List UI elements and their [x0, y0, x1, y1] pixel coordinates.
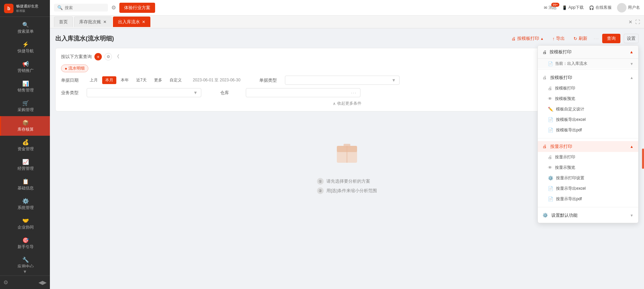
topbar-search[interactable]: 🔍 — [54, 4, 108, 11]
collapse-more-btn[interactable]: ∧ 收起更多条件 — [333, 101, 361, 106]
empty-state-icon — [332, 136, 362, 173]
doc-type-select[interactable]: ▼ — [285, 76, 400, 85]
dropdown-panel: 🖨 按模板打印 ▲ 📄 当前：出入库流水 ▼ 🖨 按模板 — [537, 45, 639, 223]
filter-collapse-icon[interactable]: 《 — [115, 54, 119, 60]
app-download-btn[interactable]: 📱 App下载 — [562, 5, 584, 10]
chevron-up-icon: ▲ — [540, 37, 544, 41]
filter-tag-icon: ● — [65, 66, 67, 71]
date-label: 单据日期 — [61, 77, 81, 83]
print-icon: 🖨 — [511, 36, 516, 41]
operations-icon: 📈 — [22, 159, 29, 165]
dropdown-item-template-pdf[interactable]: 📄 按模板导出pdf — [538, 125, 638, 135]
doc-type-arrow-icon: ▼ — [391, 78, 396, 83]
tab-close-flow[interactable]: ✕ — [142, 20, 145, 24]
tab-close-batch-account[interactable]: ✕ — [103, 20, 107, 24]
business-type-label: 业务类型 — [61, 90, 81, 96]
defaults-section-icon: ⚙️ — [543, 213, 548, 218]
item-display-settings-icon: ⚙️ — [548, 176, 553, 181]
filter-label: 按以下方案查询 — [61, 54, 92, 60]
warehouse-dots-icon: ··· — [351, 90, 357, 95]
filter-add-btn[interactable]: + — [94, 53, 102, 60]
dropdown-item-display-settings[interactable]: ⚙️ 按显示打印设置 — [538, 173, 638, 183]
inventory-icon: 📦 — [22, 120, 29, 126]
dropdown-item-display-pdf[interactable]: 📄 按显示导出pdf — [538, 194, 638, 204]
enterprise-icon: 🤝 — [22, 217, 29, 224]
current-indicator: 📄 当前：出入库流水 ▼ — [538, 59, 638, 69]
sidebar-item-sales[interactable]: 📊 销售管理 — [0, 77, 50, 97]
message-icon: ✉ — [544, 5, 547, 10]
dropdown-section-template-print: 🖨 按模板打印 ▲ 🖨 按模板打印 👁 按模板预览 ✏️ 模板自定义设计 — [538, 70, 638, 137]
dropdown-item-display-preview[interactable]: 👁 按显示预览 — [538, 162, 638, 173]
user-menu[interactable]: 用户名 — [617, 3, 640, 12]
tab-close-all-icon[interactable]: ✕ — [628, 19, 633, 25]
current-arrow-icon[interactable]: ▼ — [630, 62, 634, 66]
item-custom-icon: ✏️ — [548, 107, 553, 112]
refresh-icon: ↻ — [574, 36, 577, 41]
dropdown-arrow-up-icon[interactable]: ▲ — [630, 50, 634, 54]
dropdown-section-header-defaults[interactable]: ⚙️ 设置默认功能 ▼ — [538, 210, 638, 221]
sidebar-item-operations[interactable]: 📈 经营管理 — [0, 155, 50, 175]
collapse-sidebar-icon[interactable]: ◀▶ — [38, 279, 47, 286]
sidebar-item-basic-info[interactable]: 📋 基础信息 — [0, 175, 50, 194]
trial-btn[interactable]: 体验行业方案 — [119, 3, 155, 13]
divider-1 — [538, 69, 638, 70]
export-btn[interactable]: ↑ 导出 — [550, 34, 568, 43]
dropdown-section-header-display[interactable]: 🖨 按显示打印 ▲ — [538, 141, 638, 152]
tab-maximize-icon[interactable]: ⛶ — [635, 19, 640, 25]
dropdown-item-display-excel[interactable]: 📄 按显示导出excel — [538, 183, 638, 194]
sidebar-item-beginner[interactable]: 🎯 新手引导 — [0, 234, 50, 253]
online-service-btn[interactable]: 🎧 在线客服 — [589, 5, 612, 10]
date-btn-this-year[interactable]: 本年 — [118, 76, 132, 84]
sidebar-item-marketing[interactable]: 📢 营销推广 — [0, 57, 50, 77]
dropdown-item-display-print[interactable]: 🖨 按显示打印 — [538, 152, 638, 162]
warehouse-select[interactable]: ··· — [246, 88, 360, 97]
sidebar-item-enterprise[interactable]: 🤝 企业协同 — [0, 214, 50, 234]
print-header-icon: 🖨 — [543, 50, 547, 55]
warehouse-label: 仓库 — [220, 90, 240, 96]
app-name: 畅捷通好生意 标准版 — [16, 4, 38, 13]
sidebar-item-app-center[interactable]: 🔧 应用中心 — [0, 253, 50, 268]
doc-type-label: 单据类型 — [259, 77, 280, 83]
date-btn-last-month[interactable]: 上月 — [87, 76, 101, 84]
search-icon: 🔍 — [57, 5, 63, 10]
date-btn-7days[interactable]: 近7天 — [133, 76, 150, 84]
mobile-icon: 📱 — [562, 5, 567, 10]
search-menu-icon: 🔍 — [22, 22, 29, 28]
date-btn-more[interactable]: 更多 — [151, 76, 165, 84]
scroll-indicator[interactable] — [642, 149, 644, 169]
dropdown-item-template-preview[interactable]: 👁 按模板预览 — [538, 94, 638, 104]
template-print-btn[interactable]: 🖨 按模板打印 ▲ — [509, 34, 547, 43]
settings-btn[interactable]: 设置 — [624, 34, 639, 43]
dropdown-section-header-template[interactable]: 🖨 按模板打印 ▲ — [538, 72, 638, 83]
settings-icon[interactable]: ⚙ — [3, 279, 8, 286]
tab-home[interactable]: 首页 — [54, 17, 73, 27]
filter-tag[interactable]: ● 流水明细 — [61, 64, 88, 72]
dropdown-item-template-print[interactable]: 🖨 按模板打印 — [538, 83, 638, 94]
sidebar-scroll-down[interactable]: ▼ — [0, 268, 50, 275]
page-header: 出入库流水(流水明细) 🖨 按模板打印 ▲ ↑ 导出 ↻ 刷新 ⋯ 查询 设置 — [55, 34, 639, 43]
sidebar-item-inventory[interactable]: 📦 库存核算 — [0, 116, 50, 136]
dropdown-item-template-excel[interactable]: 📄 按模板导出excel — [538, 114, 638, 125]
topbar-gear-icon[interactable]: ⚙ — [111, 4, 116, 11]
messages-btn[interactable]: ✉ 消息 99+ — [544, 5, 557, 10]
sidebar-item-search-menu[interactable]: 🔍 搜索菜单 — [0, 18, 50, 38]
system-icon: ⚙️ — [22, 198, 29, 204]
chevron-down-icon: ▼ — [23, 269, 27, 274]
sidebar-item-finance[interactable]: 💰 资金管理 — [0, 136, 50, 155]
export-icon: ↑ — [553, 36, 555, 41]
tab-batch-account[interactable]: 库存批次账 ✕ — [74, 17, 112, 27]
filter-settings-btn[interactable]: ⚙ — [105, 53, 112, 60]
search-input[interactable] — [65, 5, 105, 10]
date-btn-custom[interactable]: 自定义 — [167, 76, 185, 84]
business-type-select[interactable]: ▼ — [87, 88, 201, 97]
empty-steps-list: ① 请先选择要分析的方案 ② 用[选]条件来缩小分析范围 — [317, 178, 377, 197]
refresh-btn[interactable]: ↻ 刷新 — [571, 34, 590, 43]
query-btn[interactable]: 查询 — [602, 34, 620, 43]
sidebar-item-system[interactable]: ⚙️ 系统管理 — [0, 194, 50, 214]
sidebar-item-purchase[interactable]: 🛒 采购管理 — [0, 97, 50, 116]
dropdown-item-template-custom[interactable]: ✏️ 模板自定义设计 — [538, 104, 638, 114]
date-btn-this-month[interactable]: 本月 — [102, 76, 116, 84]
tab-flow[interactable]: 出入库流水 ✕ — [113, 17, 150, 27]
item-display-print-icon: 🖨 — [548, 155, 552, 160]
sidebar-item-quick-nav[interactable]: ⚡ 快捷导航 — [0, 38, 50, 57]
